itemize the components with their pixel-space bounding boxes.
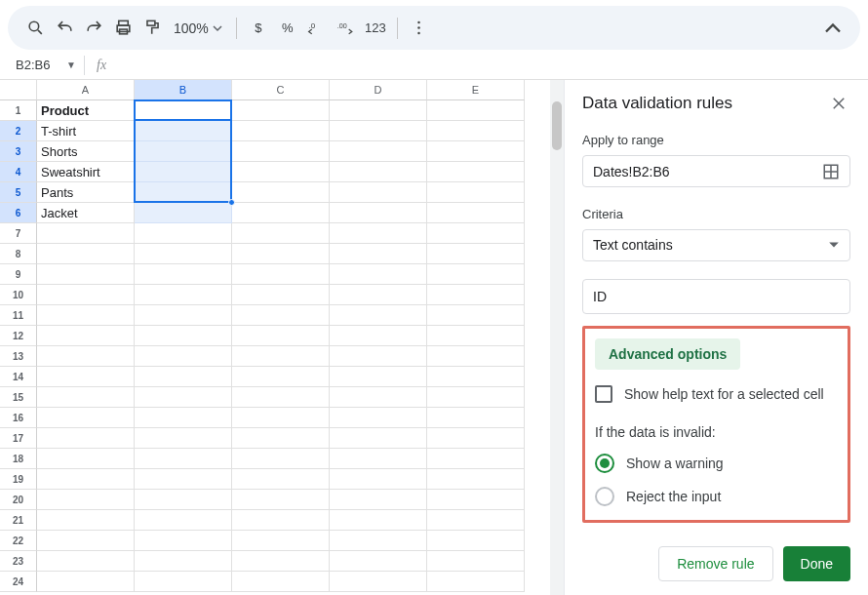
cell[interactable] bbox=[427, 408, 525, 428]
search-icon[interactable] bbox=[21, 15, 49, 42]
undo-icon[interactable] bbox=[51, 15, 78, 42]
cell[interactable] bbox=[232, 387, 330, 408]
cell[interactable] bbox=[427, 346, 525, 367]
cell[interactable] bbox=[330, 551, 427, 572]
row-header[interactable]: 6 bbox=[0, 203, 37, 223]
cell[interactable] bbox=[232, 182, 330, 203]
grid-select-icon[interactable] bbox=[822, 163, 840, 180]
cell[interactable] bbox=[232, 490, 330, 510]
row-header[interactable]: 5 bbox=[0, 182, 37, 203]
cell[interactable] bbox=[37, 244, 135, 264]
cell[interactable] bbox=[427, 121, 525, 141]
cell[interactable] bbox=[232, 121, 330, 141]
cell[interactable] bbox=[427, 490, 525, 510]
cell[interactable] bbox=[37, 326, 135, 346]
radio-show-warning[interactable]: Show a warning bbox=[595, 454, 838, 473]
cell[interactable] bbox=[232, 428, 330, 449]
row-header[interactable]: 3 bbox=[0, 141, 37, 162]
cell[interactable] bbox=[330, 531, 427, 551]
percent-format-button[interactable]: % bbox=[274, 15, 301, 42]
column-header[interactable]: A bbox=[37, 80, 135, 100]
cell[interactable] bbox=[330, 510, 427, 531]
row-header[interactable]: 22 bbox=[0, 531, 37, 551]
cell[interactable] bbox=[37, 531, 135, 551]
redo-icon[interactable] bbox=[80, 15, 107, 42]
cell[interactable] bbox=[427, 223, 525, 244]
vertical-scrollbar[interactable] bbox=[550, 80, 564, 595]
criteria-select[interactable]: Text contains bbox=[582, 229, 850, 261]
row-header[interactable]: 18 bbox=[0, 449, 37, 469]
cell[interactable] bbox=[135, 551, 232, 572]
cell[interactable] bbox=[427, 572, 525, 592]
row-header[interactable]: 11 bbox=[0, 305, 37, 326]
cell[interactable] bbox=[330, 490, 427, 510]
cell[interactable] bbox=[37, 264, 135, 285]
cell[interactable] bbox=[135, 244, 232, 264]
cell[interactable] bbox=[232, 449, 330, 469]
cell[interactable] bbox=[135, 408, 232, 428]
row-header[interactable]: 13 bbox=[0, 346, 37, 367]
cell[interactable] bbox=[330, 264, 427, 285]
remove-rule-button[interactable]: Remove rule bbox=[658, 546, 772, 581]
cell[interactable] bbox=[330, 162, 427, 182]
cell[interactable] bbox=[135, 572, 232, 592]
cell[interactable] bbox=[427, 264, 525, 285]
cell[interactable] bbox=[427, 531, 525, 551]
row-header[interactable]: 23 bbox=[0, 551, 37, 572]
cell[interactable] bbox=[330, 203, 427, 223]
cell[interactable] bbox=[37, 305, 135, 326]
cell[interactable] bbox=[330, 182, 427, 203]
cell[interactable] bbox=[427, 182, 525, 203]
cell[interactable] bbox=[135, 141, 232, 162]
cell[interactable] bbox=[232, 367, 330, 387]
cell[interactable] bbox=[232, 264, 330, 285]
cell[interactable] bbox=[427, 367, 525, 387]
cell[interactable] bbox=[135, 264, 232, 285]
advanced-options-button[interactable]: Advanced options bbox=[595, 338, 740, 370]
row-header[interactable]: 16 bbox=[0, 408, 37, 428]
column-header[interactable]: E bbox=[427, 80, 525, 100]
row-header[interactable]: 20 bbox=[0, 490, 37, 510]
decrease-decimal-icon[interactable]: .0 bbox=[303, 15, 331, 42]
more-formats-button[interactable]: 123 bbox=[362, 15, 389, 42]
cell[interactable] bbox=[135, 182, 232, 203]
row-header[interactable]: 17 bbox=[0, 428, 37, 449]
help-text-checkbox[interactable] bbox=[595, 385, 612, 403]
cell[interactable] bbox=[427, 326, 525, 346]
row-header[interactable]: 2 bbox=[0, 121, 37, 141]
cell[interactable] bbox=[135, 285, 232, 305]
cell[interactable] bbox=[427, 141, 525, 162]
cell[interactable] bbox=[135, 326, 232, 346]
cell[interactable] bbox=[37, 408, 135, 428]
cell[interactable] bbox=[232, 469, 330, 490]
column-header[interactable]: B bbox=[135, 80, 232, 100]
cell[interactable] bbox=[330, 408, 427, 428]
column-header[interactable]: D bbox=[330, 80, 427, 100]
cell[interactable] bbox=[135, 428, 232, 449]
cell[interactable] bbox=[37, 367, 135, 387]
radio-reject-input[interactable]: Reject the input bbox=[595, 487, 838, 506]
cell[interactable] bbox=[37, 387, 135, 408]
cell[interactable] bbox=[232, 244, 330, 264]
cell[interactable] bbox=[330, 387, 427, 408]
cell[interactable] bbox=[37, 469, 135, 490]
more-icon[interactable] bbox=[406, 15, 433, 42]
cell[interactable] bbox=[135, 449, 232, 469]
cell[interactable] bbox=[330, 121, 427, 141]
cell[interactable] bbox=[37, 449, 135, 469]
cell[interactable]: Pants bbox=[37, 182, 135, 203]
cell[interactable] bbox=[330, 428, 427, 449]
cell[interactable] bbox=[232, 100, 330, 121]
cell[interactable] bbox=[427, 162, 525, 182]
cell[interactable] bbox=[37, 285, 135, 305]
cell[interactable] bbox=[135, 203, 232, 223]
cell[interactable] bbox=[330, 449, 427, 469]
cell[interactable] bbox=[135, 469, 232, 490]
increase-decimal-icon[interactable]: .00 bbox=[333, 15, 360, 42]
cell[interactable] bbox=[135, 367, 232, 387]
cell[interactable] bbox=[37, 572, 135, 592]
row-header[interactable]: 15 bbox=[0, 387, 37, 408]
cell[interactable] bbox=[135, 531, 232, 551]
cell[interactable] bbox=[330, 141, 427, 162]
cell[interactable] bbox=[37, 490, 135, 510]
